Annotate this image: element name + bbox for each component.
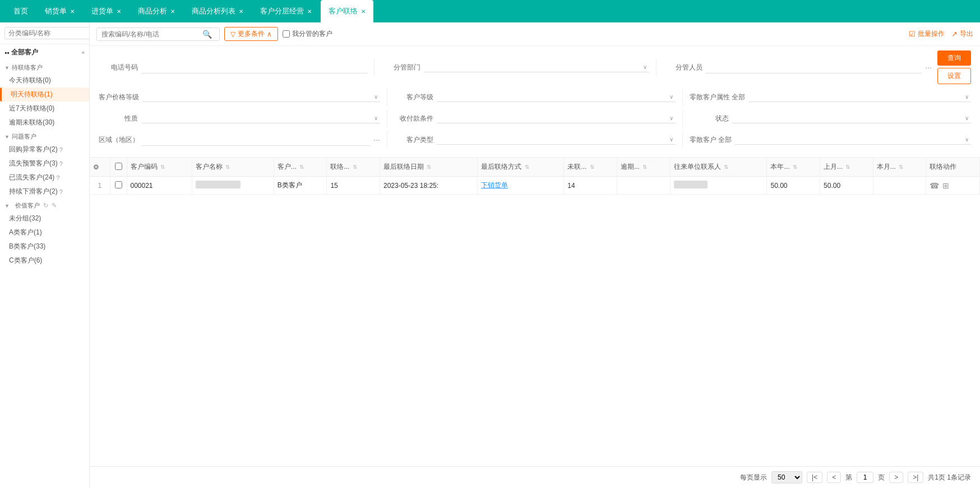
- sidebar-item-ungrouped[interactable]: 未分组(32): [0, 211, 89, 225]
- action-grid-icon[interactable]: ⊞: [942, 181, 949, 190]
- edit-value-icon[interactable]: ✎: [52, 202, 57, 209]
- filter-manager-input[interactable]: [706, 62, 922, 73]
- chevron-down-level: ∨: [669, 94, 673, 100]
- set-button[interactable]: 设置: [937, 68, 971, 84]
- close-contact-icon[interactable]: ✕: [361, 8, 366, 15]
- batch-ops-btn[interactable]: ☑ 批量操作: [909, 29, 945, 39]
- sidebar-all-customers[interactable]: ▪▪ 全部客户 «: [0, 44, 89, 61]
- filter-dept: 分管部门 ∨: [381, 62, 650, 72]
- close-tier-icon[interactable]: ✕: [307, 8, 312, 15]
- search-icon[interactable]: 🔍: [202, 30, 212, 39]
- nav-sales[interactable]: 销货单 ✕: [37, 0, 82, 22]
- filter-region-input[interactable]: [142, 134, 370, 146]
- filter-price-level-select[interactable]: ∨: [142, 92, 380, 102]
- th-checkbox[interactable]: [110, 158, 127, 177]
- th-unit-contact[interactable]: 往来单位联系人 ⇅: [670, 158, 767, 177]
- td-this-month: [873, 177, 926, 195]
- refresh-icon[interactable]: ↻: [43, 202, 48, 209]
- action-phone-icon[interactable]: ☎: [930, 181, 939, 190]
- filter-nature-select[interactable]: ∨: [141, 113, 380, 123]
- sidebar-item-overdue[interactable]: 逾期未联络(30): [0, 116, 89, 130]
- next-page-btn[interactable]: >: [889, 472, 903, 483]
- th-customer-code[interactable]: 客户编码 ⇅: [127, 158, 192, 177]
- prev-page-btn[interactable]: <: [827, 472, 841, 483]
- row-checkbox[interactable]: [115, 181, 122, 188]
- nav-home[interactable]: 首页: [6, 0, 36, 22]
- th-contact-count[interactable]: 联络... ⇅: [327, 158, 380, 177]
- select-all-checkbox[interactable]: [115, 163, 122, 170]
- sidebar-item-lost[interactable]: 已流失客户(24) ?: [0, 171, 89, 185]
- nav-customer-tier[interactable]: 客户分层经营 ✕: [252, 0, 320, 22]
- td-unit-contact: [670, 177, 767, 195]
- search-input[interactable]: [101, 30, 202, 38]
- td-last-month: 50.00: [820, 177, 873, 195]
- sidebar-item-c-class[interactable]: C类客户(6): [0, 254, 89, 268]
- th-last-method[interactable]: 最后联络方式 ⇅: [478, 158, 564, 177]
- help-icon-warning[interactable]: ?: [59, 160, 63, 167]
- close-sales-icon[interactable]: ✕: [70, 8, 75, 15]
- th-last-month[interactable]: 上月... ⇅: [820, 158, 873, 177]
- last-page-btn[interactable]: >|: [908, 472, 923, 483]
- td-last-method[interactable]: 下销货单: [478, 177, 564, 195]
- last-method-link[interactable]: 下销货单: [481, 181, 508, 189]
- filter-customer-type-select[interactable]: ∨: [437, 135, 676, 145]
- sidebar-item-b-class[interactable]: B类客户(33): [0, 240, 89, 254]
- sidebar-item-warning[interactable]: 流失预警客户(3) ?: [0, 156, 89, 171]
- filter-icon: ▽: [230, 30, 235, 38]
- filter-phone-input[interactable]: [141, 62, 367, 73]
- th-last-date[interactable]: 最后联络日期 ⇅: [380, 158, 478, 177]
- th-settings[interactable]: ⚙: [90, 158, 110, 177]
- sidebar-search-input[interactable]: [4, 27, 90, 39]
- th-this-month[interactable]: 本月... ⇅: [873, 158, 926, 177]
- page-number-input[interactable]: [857, 472, 873, 483]
- td-num: 1: [90, 177, 110, 195]
- nav-purchase[interactable]: 进货单 ✕: [84, 0, 129, 22]
- nav-analysis-list[interactable]: 商品分析列表 ✕: [184, 0, 251, 22]
- nav-analysis[interactable]: 商品分析 ✕: [130, 0, 183, 22]
- sort-lastmonth-icon: ⇅: [845, 164, 850, 170]
- th-customer-name[interactable]: 客户名称 ⇅: [192, 158, 274, 177]
- unit-contact-blurred: [674, 181, 708, 188]
- filter-dept-select[interactable]: ∨: [424, 62, 650, 72]
- filter-region-ellipsis[interactable]: ···: [373, 135, 380, 144]
- my-customers-checkbox-wrap[interactable]: 我分管的客户: [283, 29, 332, 39]
- my-customers-checkbox[interactable]: [283, 30, 290, 38]
- close-analysis-icon[interactable]: ✕: [170, 8, 175, 15]
- th-this-year[interactable]: 本年... ⇅: [767, 158, 820, 177]
- help-icon-lost[interactable]: ?: [56, 174, 59, 181]
- first-page-btn[interactable]: |<: [807, 472, 822, 483]
- close-analysis-list-icon[interactable]: ✕: [239, 8, 243, 15]
- filter-region: 区域（地区） ···: [99, 134, 380, 146]
- sort-name-icon: ⇅: [225, 164, 230, 170]
- filter-retail-attr-select[interactable]: ∨: [748, 92, 971, 102]
- sidebar-item-today[interactable]: 今天待联络(0): [0, 73, 89, 88]
- sort-count-icon: ⇅: [353, 164, 357, 170]
- sidebar-item-a-class[interactable]: A类客户(1): [0, 225, 89, 240]
- filter-customer-level-select[interactable]: ∨: [437, 92, 676, 102]
- help-icon-abnormal[interactable]: ?: [59, 146, 63, 153]
- sort-thismonth-icon: ⇅: [899, 164, 903, 170]
- th-uncontacted[interactable]: 未联... ⇅: [564, 158, 617, 177]
- filter-payment-select[interactable]: ∨: [437, 113, 676, 123]
- nav-customer-contact[interactable]: 客户联络 ✕: [321, 0, 373, 22]
- export-btn[interactable]: ↗ 导出: [951, 29, 973, 39]
- chevron-down-type: ∨: [669, 136, 673, 142]
- more-filters-btn[interactable]: ▽ 更多条件 ∧: [224, 27, 278, 41]
- filter-manager-ellipsis[interactable]: ···: [925, 63, 932, 72]
- close-purchase-icon[interactable]: ✕: [117, 8, 121, 15]
- page-size-select[interactable]: 50 100 200: [771, 471, 802, 484]
- action-icons: ☎ ⊞: [930, 181, 976, 190]
- query-button[interactable]: 查询: [937, 50, 971, 66]
- th-customer-type[interactable]: 客户... ⇅: [274, 158, 327, 177]
- th-overdue[interactable]: 逾期... ⇅: [617, 158, 670, 177]
- filter-status-select[interactable]: ∨: [732, 113, 971, 123]
- sidebar-item-declining[interactable]: 持续下滑客户(2) ?: [0, 185, 89, 199]
- sidebar-item-abnormal[interactable]: 回购异常客户(2) ?: [0, 142, 89, 156]
- filter-retail-attr: 零散客户属性 全部 ∨: [690, 92, 971, 102]
- filter-retail-customer-select[interactable]: ∨: [735, 135, 971, 145]
- sidebar-item-tomorrow[interactable]: 明天待联络(1): [0, 88, 89, 102]
- filter-row-3: 性质 ∨ 收付款条件 ∨ 状态: [99, 110, 971, 127]
- sidebar-item-7days[interactable]: 近7天待联络(0): [0, 102, 89, 116]
- td-checkbox[interactable]: [110, 177, 127, 195]
- help-icon-declining[interactable]: ?: [59, 188, 63, 195]
